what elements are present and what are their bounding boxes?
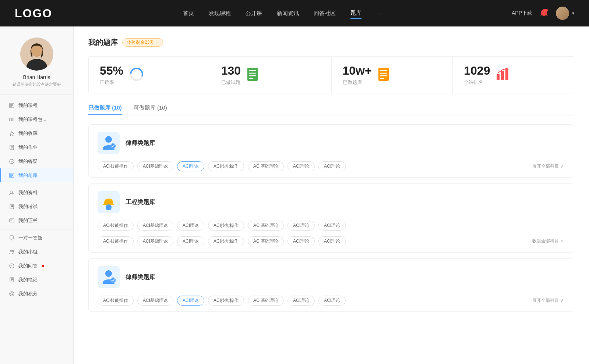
tag[interactable]: ACI理论 xyxy=(177,236,204,246)
nav-discover[interactable]: 发现课程 xyxy=(209,8,231,18)
svg-point-62 xyxy=(105,270,112,277)
logo[interactable]: LOGO xyxy=(15,7,52,20)
page-header: 我的题库 体验剩余23天！ xyxy=(88,38,574,47)
homework-icon xyxy=(9,144,15,150)
tag[interactable]: ACI技能操作 xyxy=(98,236,134,246)
stat-banks-info: 10w+ 已做题库 xyxy=(343,64,372,86)
svg-rect-11 xyxy=(12,118,14,121)
qa-icon: ? xyxy=(9,158,15,164)
expand-link-3[interactable]: 展开全部科目 ∨ xyxy=(531,296,565,305)
sidebar-item-my-packages[interactable]: 我的课程包... xyxy=(0,113,73,126)
tag-active[interactable]: ACI理论 xyxy=(177,161,204,171)
nav-menu: 首页 发现课程 公开课 新闻资讯 问答社区 题库 ··· xyxy=(183,8,381,19)
tag-active[interactable]: ACI理论 xyxy=(177,296,204,306)
sidebar-item-my-favorites[interactable]: 我的收藏 xyxy=(0,126,73,140)
sidebar-item-my-cert[interactable]: 我的证书 xyxy=(0,214,73,228)
bank-card-lawyer-2: 律师类题库 ACI技能操作 ACI基础理论 ACI理论 ACI技能操作 ACI基… xyxy=(88,258,574,312)
bank-card-lawyer-1: 律师类题库 ACI技能操作 ACI基础理论 ACI理论 ACI技能操作 ACI基… xyxy=(88,124,574,178)
tag[interactable]: ACI理论 xyxy=(318,296,346,306)
tag[interactable]: ACI基础理论 xyxy=(248,236,284,246)
lawyer-icon-container-2 xyxy=(98,266,120,288)
stat-accuracy: 55% 正确率 xyxy=(89,57,210,93)
sidebar-label: 我的证书 xyxy=(18,217,38,224)
tag[interactable]: ACI基础理论 xyxy=(248,161,284,171)
tag[interactable]: ACI基础理论 xyxy=(248,296,284,306)
bank-card-title: 工程类题库 xyxy=(126,199,155,206)
svg-text:?: ? xyxy=(11,160,13,164)
tag[interactable]: ACI技能操作 xyxy=(98,161,134,171)
tag[interactable]: ACI基础理论 xyxy=(137,236,173,246)
sidebar-item-one-on-one[interactable]: 一对一答疑 xyxy=(0,231,73,245)
tab-available[interactable]: 可做题库 (10) xyxy=(134,104,167,115)
done-banks-value: 10w+ xyxy=(343,64,372,78)
tag[interactable]: ACI技能操作 xyxy=(98,296,134,306)
tab-done[interactable]: 已做题库 (10) xyxy=(88,104,122,115)
stat-accuracy-info: 55% 正确率 xyxy=(100,64,123,86)
tag[interactable]: ACI理论 xyxy=(288,161,315,171)
collapse-link[interactable]: 收起全部科目 ∧ xyxy=(531,236,565,246)
sidebar-item-my-points[interactable]: 我的积分 xyxy=(0,287,73,301)
user-profile[interactable]: ▾ xyxy=(556,7,574,20)
tag[interactable]: ACI基础理论 xyxy=(137,161,173,171)
tabs-row: 已做题库 (10) 可做题库 (10) xyxy=(88,104,574,115)
sidebar-item-my-homework[interactable]: 我的作业 xyxy=(0,140,73,154)
tag[interactable]: ACI技能操作 xyxy=(208,221,244,231)
sidebar-motto: 错误的决定比没有决定要好 xyxy=(7,82,66,87)
nav-more[interactable]: ··· xyxy=(376,9,381,18)
sidebar-label: 我的作业 xyxy=(18,144,38,151)
sidebar-item-my-notes[interactable]: 我的笔记 xyxy=(0,273,73,287)
tag[interactable]: ACI技能操作 xyxy=(208,296,244,306)
sidebar: Brian Harris 错误的决定比没有决定要好 我的课程 我的课程包... xyxy=(0,26,74,364)
points-icon xyxy=(9,291,15,297)
tag[interactable]: ACI理论 xyxy=(318,221,346,231)
engineer-icon-container xyxy=(98,191,120,213)
nav-open-course[interactable]: 公开课 xyxy=(246,8,262,18)
unread-dot xyxy=(42,265,44,267)
navbar-avatar xyxy=(556,7,569,20)
nav-qa[interactable]: 问答社区 xyxy=(314,8,336,18)
group-icon xyxy=(9,249,15,255)
tag[interactable]: ACI基础理论 xyxy=(137,221,173,231)
stat-rank-info: 1029 全站排名 xyxy=(464,64,490,86)
app-download-link[interactable]: APP下载 xyxy=(512,10,532,17)
done-questions-icon xyxy=(247,67,260,83)
tag[interactable]: ACI理论 xyxy=(288,221,315,231)
svg-point-61 xyxy=(106,204,112,210)
tag[interactable]: ACI技能操作 xyxy=(98,221,134,231)
nav-home[interactable]: 首页 xyxy=(183,8,194,18)
sidebar-divider xyxy=(0,229,73,229)
sidebar-item-my-question-bank[interactable]: 我的题库 xyxy=(0,168,73,182)
tag[interactable]: ACI基础理论 xyxy=(137,296,173,306)
lawyer-icon-2 xyxy=(100,269,117,285)
doc-yellow-icon xyxy=(378,67,391,82)
tag[interactable]: ACI理论 xyxy=(318,236,346,246)
sidebar-item-my-profile[interactable]: 我的资料 xyxy=(0,186,73,200)
tag[interactable]: ACI理论 xyxy=(288,236,315,246)
svg-rect-55 xyxy=(505,69,508,80)
sidebar-item-my-qa[interactable]: ? 我的答疑 xyxy=(0,154,73,168)
dropdown-arrow-icon: ▾ xyxy=(572,11,574,16)
profile-icon xyxy=(9,190,15,196)
done-banks-icon xyxy=(378,67,391,83)
sidebar-label: 我的积分 xyxy=(18,290,38,297)
tag[interactable]: ACI理论 xyxy=(288,296,315,306)
tag[interactable]: ACI理论 xyxy=(318,161,346,171)
sidebar-item-my-group[interactable]: 我的小组 xyxy=(0,245,73,259)
bank-card-title: 律师类题库 xyxy=(126,139,155,147)
sidebar-item-my-questions[interactable]: ? 我的问答 xyxy=(0,259,73,273)
nav-question-bank[interactable]: 题库 xyxy=(350,8,361,19)
nav-news[interactable]: 新闻资讯 xyxy=(277,8,299,18)
tag[interactable]: ACI基础理论 xyxy=(248,221,284,231)
notification-bell[interactable] xyxy=(540,8,549,18)
avatar xyxy=(20,38,53,71)
engineer-icon xyxy=(100,194,117,210)
tag[interactable]: ACI理论 xyxy=(177,221,204,231)
svg-text:?: ? xyxy=(11,265,13,268)
tag[interactable]: ACI技能操作 xyxy=(208,161,244,171)
sidebar-item-my-exam[interactable]: 我的考试 xyxy=(0,200,73,214)
expand-link[interactable]: 展开全部科目 ∨ xyxy=(531,162,565,171)
sidebar-item-my-courses[interactable]: 我的课程 xyxy=(0,99,73,113)
svg-rect-53 xyxy=(497,74,500,80)
tag[interactable]: ACI技能操作 xyxy=(208,236,244,246)
lawyer-icon-container xyxy=(98,132,120,154)
